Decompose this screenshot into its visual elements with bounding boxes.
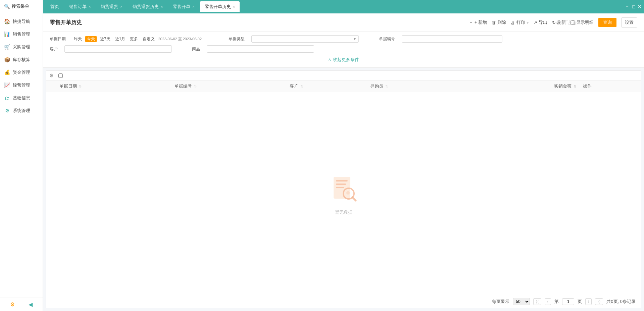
page-jump-prefix: 第: [554, 299, 559, 305]
tab-retail-open-history-close[interactable]: ×: [233, 5, 235, 9]
tab-retail-open-history[interactable]: 零售开单历史 ×: [200, 1, 240, 12]
svg-line-5: [352, 197, 356, 201]
sidebar-item-label: 资金管理: [13, 69, 30, 75]
th-date[interactable]: 单据日期 ⇅: [56, 81, 171, 92]
number-input[interactable]: [402, 35, 502, 43]
tab-sales-order[interactable]: 销售订单 ×: [64, 1, 95, 12]
display-detail-checkbox[interactable]: [571, 20, 575, 25]
sidebar-item-label: 销售管理: [13, 31, 30, 37]
page-size-label: 每页显示: [492, 299, 509, 305]
delete-button[interactable]: 🗑 删除: [492, 19, 506, 25]
date-opt-more[interactable]: 更多: [129, 36, 139, 42]
sidebar-item-purchase-mgmt[interactable]: 🛒 采购管理: [0, 41, 43, 53]
filter-date-options: 昨天 今天 近7天 近1月 更多 自定义 2023-06-02 至 2023-0…: [72, 36, 202, 42]
collapse-bar[interactable]: ∧ 收起更多条件: [50, 55, 637, 64]
last-page-btn[interactable]: ⟩⟩: [595, 298, 603, 305]
window-close-btn[interactable]: ×: [638, 3, 641, 10]
table-settings-icon[interactable]: ⚙: [49, 73, 54, 78]
tab-sales-return-history-close[interactable]: ×: [161, 5, 163, 9]
type-select[interactable]: ▾: [251, 35, 359, 43]
empty-state: 暂无数据: [46, 92, 641, 295]
sidebar-item-sales-mgmt[interactable]: 📊 销售管理: [0, 28, 43, 41]
add-button[interactable]: ＋ + 新增: [469, 19, 487, 25]
sidebar-item-inventory[interactable]: 📦 库存核算: [0, 53, 43, 66]
first-page-btn[interactable]: ⟨⟨: [533, 298, 541, 305]
sidebar-item-operations[interactable]: 📈 经营管理: [0, 79, 43, 92]
sidebar-search[interactable]: 🔍 搜索采单: [0, 0, 43, 13]
export-label: 导出: [539, 19, 547, 25]
customer-select-placeholder: ...: [67, 47, 71, 51]
gear-icon: ⚙: [4, 108, 10, 114]
th-amount[interactable]: 实销金额 ⇅: [464, 81, 580, 92]
print-button[interactable]: 🖨 打印 ▾: [511, 19, 529, 25]
th-amount-sort: ⇅: [574, 85, 576, 88]
page-number-input[interactable]: [562, 298, 574, 305]
minimize-btn[interactable]: －: [625, 4, 630, 10]
sidebar-item-basic-info[interactable]: 🗂 基础信息: [0, 92, 43, 104]
th-operation-label: 操作: [583, 84, 592, 89]
date-opt-1month[interactable]: 近1月: [114, 36, 127, 42]
tab-retail-open[interactable]: 零售开单 ×: [168, 1, 199, 12]
tab-home[interactable]: 首页: [46, 1, 64, 12]
header-actions: ＋ + 新增 🗑 删除 🖨 打印 ▾ ↗ 导出 ↻: [469, 17, 637, 28]
money-icon: 💰: [4, 69, 10, 75]
svg-rect-1: [336, 180, 348, 182]
tab-sales-return-history[interactable]: 销货退货历史 ×: [128, 1, 167, 12]
th-date-label: 单据日期: [59, 84, 77, 89]
table-toolbar: ⚙: [46, 71, 641, 81]
tab-sales-order-close[interactable]: ×: [89, 5, 91, 9]
date-opt-yesterday[interactable]: 昨天: [72, 36, 83, 42]
tab-sales-return[interactable]: 销货退货 ×: [96, 1, 127, 12]
table-area: ⚙ 单据日期 ⇅ 单据编号 ⇅: [46, 70, 641, 308]
sidebar-search-label: 搜索采单: [12, 3, 29, 9]
svg-rect-3: [336, 187, 344, 188]
date-opt-custom[interactable]: 自定义: [141, 36, 156, 42]
refresh-icon: ↻: [552, 20, 556, 25]
export-button[interactable]: ↗ 导出: [534, 19, 547, 25]
th-salesperson-label: 导购员: [370, 84, 383, 89]
tab-sales-return-close[interactable]: ×: [120, 5, 122, 9]
table-header-row: 单据日期 ⇅ 单据编号 ⇅ 客户 ⇅ 导购员 ⇅: [46, 81, 641, 92]
print-caret: ▾: [527, 20, 529, 25]
pagination: 每页显示 20 50 100 ⟨⟨ ⟨ 第 页 ⟩ ⟩⟩ 共0页, 0条记录: [46, 295, 641, 308]
th-customer-label: 客户: [290, 84, 298, 89]
tab-sales-return-history-label: 销货退货历史: [133, 4, 159, 10]
sidebar-item-quick-nav[interactable]: 🏠 快捷导航: [0, 15, 43, 28]
th-date-sort: ⇅: [79, 85, 82, 88]
prev-page-btn[interactable]: ⟨: [545, 298, 551, 305]
filter-row-2: 客户 ... 商品 ...: [50, 45, 637, 53]
sidebar-item-sys-mgmt[interactable]: ⚙ 系统管理: [0, 104, 43, 117]
tabs-bar: 首页 销售订单 × 销货退货 × 销货退货历史 × 零售开单 × 零售开单历史 …: [43, 0, 644, 13]
date-range: 2023-06-02 至 2023-06-02: [158, 37, 202, 42]
th-salesperson[interactable]: 导购员 ⇅: [367, 81, 464, 92]
main: 首页 销售订单 × 销货退货 × 销货退货历史 × 零售开单 × 零售开单历史 …: [43, 0, 644, 311]
settings-button[interactable]: 设置: [621, 17, 637, 28]
tab-retail-open-close[interactable]: ×: [192, 5, 194, 9]
export-icon: ↗: [534, 20, 537, 25]
empty-text: 暂无数据: [335, 209, 352, 215]
add-label: + 新增: [475, 19, 487, 25]
select-all-checkbox[interactable]: [58, 73, 63, 78]
date-opt-7days[interactable]: 近7天: [99, 36, 112, 42]
settings-icon[interactable]: ⚙: [10, 301, 15, 308]
th-number[interactable]: 单据编号 ⇅: [171, 81, 286, 92]
query-button[interactable]: 查询: [598, 18, 616, 27]
sidebar-item-finance[interactable]: 💰 资金管理: [0, 66, 43, 79]
refresh-button[interactable]: ↻ 刷新: [552, 19, 566, 25]
goods-select[interactable]: ...: [207, 45, 314, 53]
next-page-btn[interactable]: ⟩: [585, 298, 592, 305]
page-size-select[interactable]: 20 50 100: [513, 298, 530, 305]
th-customer-sort: ⇅: [300, 85, 303, 88]
total-label: 共0页, 0条记录: [606, 299, 636, 305]
customer-select[interactable]: ...: [64, 45, 172, 53]
collapse-icon[interactable]: ◀: [29, 301, 33, 308]
tab-home-label: 首页: [50, 4, 59, 10]
customer-label: 客户: [50, 46, 58, 52]
home-icon: 🏠: [4, 18, 10, 24]
display-detail-button[interactable]: 显示明细: [571, 19, 594, 25]
maximize-btn[interactable]: □: [632, 4, 635, 9]
date-opt-today[interactable]: 今天: [85, 36, 97, 42]
date-label: 单据日期: [50, 36, 66, 42]
th-customer[interactable]: 客户 ⇅: [286, 81, 367, 92]
type-caret: ▾: [354, 37, 356, 41]
